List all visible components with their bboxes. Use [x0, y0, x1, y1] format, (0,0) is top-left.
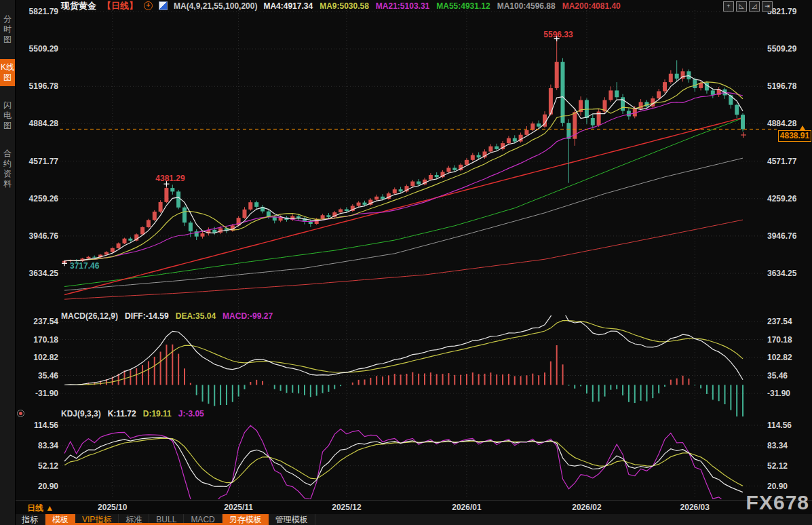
sidebar-item-3[interactable]: 闪电图	[0, 97, 15, 134]
macd-label-3: DEA:35.04	[176, 311, 216, 321]
high-price-annotation: 5596.33	[535, 30, 582, 39]
macd-axis-tick-left: -31.90	[35, 389, 58, 398]
chart-type-sidebar: 分时图K线图闪电图合约资料	[0, 0, 16, 525]
chart-header: 现货黄金 【日线】 + MA(4,9,21,55,100,200) MA4:49…	[61, 1, 621, 11]
macd-axis-tick-right: 102.82	[767, 353, 792, 362]
price-axis-tick-left: 5196.78	[29, 81, 59, 91]
kdj-axis-tick-left: 114.56	[34, 421, 58, 430]
macd-axis-tick-left: 102.82	[33, 353, 58, 362]
macd-axis-tick-left: 237.54	[33, 317, 58, 326]
exit-chart-icon[interactable]: ⇥	[762, 1, 773, 12]
kdj-axis-tick-right: 114.56	[767, 421, 792, 430]
kdj-label-4: J:-3.05	[178, 409, 204, 419]
price-axis-tick-right: 4259.26	[767, 194, 797, 203]
x-axis-date-label: 2026/03	[676, 503, 714, 512]
header-ma-value-6: MA200:4081.40	[562, 1, 621, 11]
kdj-label-1: KDJ(9,3,3)	[61, 409, 101, 419]
kdj-settings-icon[interactable]	[17, 410, 24, 417]
kdj-axis-tick-left: 83.34	[38, 441, 58, 450]
ma200-line	[64, 220, 743, 299]
fx678-watermark: FX678	[746, 491, 809, 514]
macd-panel-labels: MACD(26,12,9)DIFF:-14.59DEA:35.04MACD:-9…	[61, 311, 273, 321]
x-axis-date-label: 2025/12	[328, 503, 366, 512]
axis-scale-right-icon[interactable]: ◿	[749, 1, 760, 12]
candles	[62, 39, 745, 264]
price-axis-tick-left: 3946.76	[29, 231, 59, 241]
macd-label-1: MACD(26,12,9)	[61, 311, 118, 321]
macd-axis-tick-right: 170.18	[767, 335, 792, 345]
x-axis-date-label: 2025/11	[220, 503, 258, 512]
macd-axis-tick-right: 35.46	[767, 371, 788, 381]
ma-settings-label: MA(4,9,21,55,100,200)	[174, 1, 257, 11]
kdj-axis-tick-right: 52.12	[767, 461, 788, 471]
last-price-marker	[741, 132, 746, 138]
kdj-axis-tick-right: 20.90	[767, 482, 788, 491]
sidebar-item-1[interactable]: 分时图	[0, 11, 15, 48]
mini-chart-icon[interactable]	[159, 1, 168, 10]
toolbar-item-8[interactable]: 管理模板	[269, 514, 315, 525]
macd-label-2: DIFF:-14.59	[125, 311, 169, 321]
price-axis-tick-right: 4571.77	[767, 157, 797, 166]
x-axis-date-label: 2026/01	[448, 503, 486, 512]
macd-label-4: MACD:-99.27	[223, 311, 273, 321]
trading-app: { "header": { "symbol": "现货黄金", "period_…	[0, 0, 812, 525]
price-axis-tick-left: 4884.28	[29, 119, 59, 128]
kdj-axis-tick-right: 83.34	[767, 441, 788, 450]
macd-axis-tick-left: 35.46	[38, 371, 58, 381]
axis-scale-left-icon[interactable]: ◺	[736, 1, 747, 12]
price-axis-tick-left: 5821.79	[29, 7, 59, 16]
sidebar-item-4[interactable]: 合约资料	[0, 145, 15, 193]
header-ma-value-4: MA55:4931.12	[436, 1, 490, 11]
header-ma-value-1: MA4:4917.34	[263, 1, 313, 11]
period-label: 【日线】	[102, 0, 138, 12]
kdj-label-3: D:19.11	[143, 409, 172, 419]
toolbar-item-1[interactable]: 指标	[15, 514, 45, 525]
macd-axis-tick-right: 237.54	[767, 317, 792, 326]
header-ma-value-3: MA21:5103.31	[376, 1, 429, 11]
ma-values: MA4:4917.34MA9:5030.58MA21:5103.31MA55:4…	[263, 1, 620, 11]
swing-high-annotation: 4381.29	[147, 174, 194, 183]
price-axis-tick-right: 5509.29	[767, 44, 797, 54]
price-axis-tick-right: 3634.25	[767, 269, 797, 278]
kdj-label-2: K:11.72	[108, 409, 136, 419]
price-axis-tick-left: 4259.26	[29, 194, 59, 203]
price-axis-tick-right: 3946.76	[767, 231, 797, 241]
chart-toolbar-icons: +◺◿⇥	[723, 1, 773, 12]
header-ma-value-5: MA100:4596.88	[497, 1, 556, 11]
price-axis-tick-left: 5509.29	[29, 44, 59, 54]
macd-axis-tick-left: 170.18	[33, 335, 58, 345]
kdj-axis-tick-left: 20.90	[38, 482, 58, 491]
x-axis-date-label: 2026/02	[568, 503, 606, 512]
price-axis-tick-right: 5196.78	[767, 81, 797, 91]
x-axis-date-label: 2025/10	[94, 503, 132, 512]
low-price-annotation: 3717.46	[70, 261, 99, 271]
sidebar-item-2[interactable]: K线图	[0, 59, 15, 86]
price-axis-tick-left: 4571.77	[29, 157, 59, 166]
price-axis-tick-left: 3634.25	[29, 269, 59, 278]
date-axis-row: 日线 ▲ 2025/102025/112025/122026/012026/02…	[15, 500, 812, 515]
period-selector-button[interactable]: 日线 ▲	[27, 503, 54, 514]
macd-axis-tick-right: -31.90	[767, 389, 790, 398]
kdj-panel-labels: KDJ(9,3,3)K:11.72D:19.11J:-3.05	[61, 409, 204, 419]
price-axis-tick-right: 4884.28	[767, 119, 797, 128]
kdj-axis-tick-left: 52.12	[38, 461, 58, 471]
add-indicator-icon[interactable]: +	[144, 1, 153, 10]
symbol-title: 现货黄金	[61, 0, 96, 12]
current-price-tag: 4838.91	[778, 130, 811, 142]
pan-icon[interactable]: +	[723, 1, 734, 12]
header-ma-value-2: MA9:5030.58	[320, 1, 369, 11]
candlestick-chart[interactable]: 5821.795821.795509.295509.295196.785196.…	[0, 0, 812, 525]
